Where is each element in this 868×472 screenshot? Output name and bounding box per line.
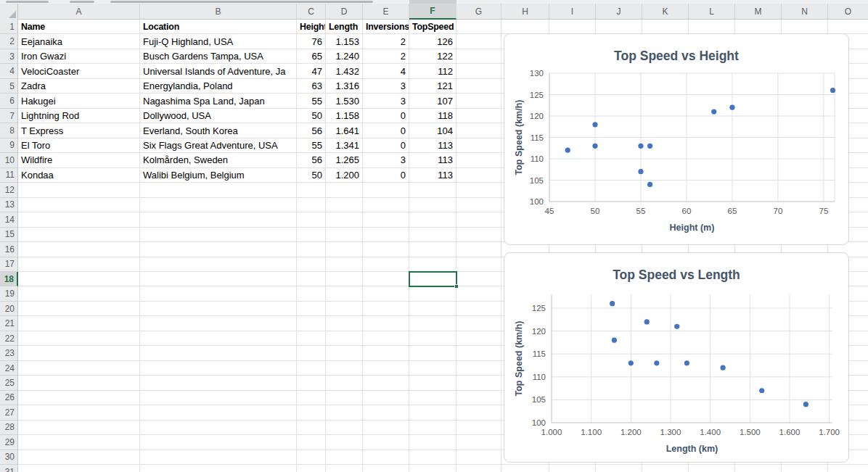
cell-G13[interactable] xyxy=(456,198,501,212)
row-header-23[interactable]: 23 xyxy=(0,346,18,360)
cell-G3[interactable] xyxy=(456,49,501,64)
cell-D19[interactable] xyxy=(326,286,363,301)
row-header-16[interactable]: 16 xyxy=(0,242,18,257)
cell-G5[interactable] xyxy=(456,79,501,94)
cell-B25[interactable] xyxy=(140,376,297,390)
cell-F30[interactable] xyxy=(409,450,456,465)
data-point[interactable] xyxy=(647,144,652,149)
cell-O1[interactable] xyxy=(828,20,868,34)
cell-A13[interactable] xyxy=(18,198,140,212)
cell-A7[interactable]: Lightning Rod xyxy=(18,109,140,123)
cell-A3[interactable]: Iron Gwazi xyxy=(18,49,140,64)
cell-B14[interactable] xyxy=(140,212,297,227)
row-header-19[interactable]: 19 xyxy=(0,286,18,301)
cell-C5[interactable]: 63 xyxy=(297,79,326,94)
cell-F29[interactable] xyxy=(409,435,456,450)
cell-A4[interactable]: VelociCoaster xyxy=(18,64,140,78)
data-point[interactable] xyxy=(674,324,679,329)
cell-B21[interactable] xyxy=(140,316,297,331)
cell-B8[interactable]: Everland, South Korea xyxy=(140,123,297,138)
cell-D27[interactable] xyxy=(326,405,363,420)
cell-B26[interactable] xyxy=(140,391,297,405)
cell-E20[interactable] xyxy=(363,302,409,316)
cell-F18[interactable] xyxy=(409,272,456,286)
cell-G18[interactable] xyxy=(456,272,501,286)
cell-A23[interactable] xyxy=(18,346,140,360)
cell-C25[interactable] xyxy=(297,376,326,390)
column-header-F[interactable]: F xyxy=(409,4,456,20)
cell-F28[interactable] xyxy=(409,421,456,435)
cell-B13[interactable] xyxy=(140,198,297,212)
column-header-D[interactable]: D xyxy=(326,4,363,20)
cell-G8[interactable] xyxy=(456,123,501,138)
cell-D7[interactable]: 1.158 xyxy=(326,109,363,123)
cell-B9[interactable]: Six Flags Great Adventure, USA xyxy=(140,138,297,153)
cell-C18[interactable] xyxy=(297,272,326,286)
cell-D24[interactable] xyxy=(326,361,363,376)
cell-M1[interactable] xyxy=(735,20,782,34)
cell-E30[interactable] xyxy=(363,450,409,465)
cell-D25[interactable] xyxy=(326,376,363,390)
cell-E11[interactable]: 0 xyxy=(363,168,409,183)
cell-E7[interactable]: 0 xyxy=(363,109,409,123)
data-point[interactable] xyxy=(592,122,597,127)
cell-D6[interactable]: 1.530 xyxy=(326,94,363,108)
cell-A14[interactable] xyxy=(18,212,140,227)
cell-B2[interactable]: Fuji-Q Highland, USA xyxy=(140,34,297,49)
cell-L1[interactable] xyxy=(689,20,735,34)
cell-G31[interactable] xyxy=(456,465,501,472)
cell-B7[interactable]: Dollywood, USA xyxy=(140,109,297,123)
cell-G1[interactable] xyxy=(456,20,501,34)
cell-G28[interactable] xyxy=(456,421,501,435)
cell-D9[interactable]: 1.341 xyxy=(326,138,363,153)
cell-D11[interactable]: 1.200 xyxy=(326,168,363,183)
cell-F12[interactable] xyxy=(409,183,456,197)
cell-C26[interactable] xyxy=(297,391,326,405)
row-header-18[interactable]: 18 xyxy=(0,272,18,286)
cell-A16[interactable] xyxy=(18,242,140,257)
cell-F9[interactable]: 113 xyxy=(409,138,456,153)
cell-E5[interactable]: 3 xyxy=(363,79,409,94)
cell-C22[interactable] xyxy=(297,331,326,346)
cell-E13[interactable] xyxy=(363,198,409,212)
row-header-10[interactable]: 10 xyxy=(0,153,18,167)
row-header-21[interactable]: 21 xyxy=(0,316,18,331)
cell-B18[interactable] xyxy=(140,272,297,286)
cell-D29[interactable] xyxy=(326,435,363,450)
cell-C2[interactable]: 76 xyxy=(297,34,326,49)
row-header-1[interactable]: 1 xyxy=(0,20,18,34)
cell-C12[interactable] xyxy=(297,183,326,197)
cell-C24[interactable] xyxy=(297,361,326,376)
cell-G17[interactable] xyxy=(456,257,501,272)
row-header-22[interactable]: 22 xyxy=(0,331,18,346)
row-header-26[interactable]: 26 xyxy=(0,391,18,405)
cell-F20[interactable] xyxy=(409,302,456,316)
cell-D28[interactable] xyxy=(326,421,363,435)
cell-A12[interactable] xyxy=(18,183,140,197)
column-header-I[interactable]: I xyxy=(549,4,596,20)
cell-A2[interactable]: Eejanaika xyxy=(18,34,140,49)
cell-G25[interactable] xyxy=(456,376,501,390)
cell-D16[interactable] xyxy=(326,242,363,257)
data-point[interactable] xyxy=(565,148,570,153)
cell-G19[interactable] xyxy=(456,286,501,301)
cell-F14[interactable] xyxy=(409,212,456,227)
cell-A29[interactable] xyxy=(18,435,140,450)
cell-A10[interactable]: Wildfire xyxy=(18,153,140,167)
row-header-25[interactable]: 25 xyxy=(0,376,18,390)
cell-G12[interactable] xyxy=(456,183,501,197)
cell-B29[interactable] xyxy=(140,435,297,450)
cell-F21[interactable] xyxy=(409,316,456,331)
column-header-N[interactable]: N xyxy=(782,4,828,20)
cell-G27[interactable] xyxy=(456,405,501,420)
cell-C17[interactable] xyxy=(297,257,326,272)
cell-B27[interactable] xyxy=(140,405,297,420)
cell-E2[interactable]: 2 xyxy=(363,34,409,49)
cell-D12[interactable] xyxy=(326,183,363,197)
cell-F26[interactable] xyxy=(409,391,456,405)
cell-F1[interactable]: TopSpeed xyxy=(409,20,456,34)
cell-B28[interactable] xyxy=(140,421,297,435)
cell-F4[interactable]: 112 xyxy=(409,64,456,78)
cell-A26[interactable] xyxy=(18,391,140,405)
cell-C30[interactable] xyxy=(297,450,326,465)
